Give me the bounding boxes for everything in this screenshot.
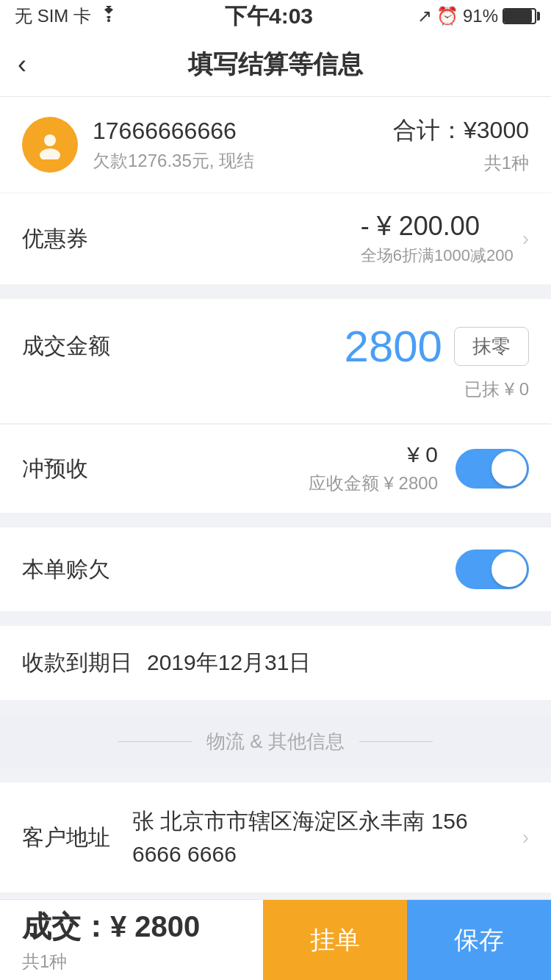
deal-sub: 已抹 ¥ 0 <box>22 378 529 401</box>
deal-row-container: 成交金额 2800 抹零 已抹 ¥ 0 <box>0 299 551 424</box>
customer-phone: 17666666666 <box>93 118 254 145</box>
bottom-deal-amount: ¥ 2800 <box>110 910 200 943</box>
total-count: 共1种 <box>393 151 529 175</box>
address-chevron-icon: › <box>522 826 529 849</box>
location-icon: ↗ <box>417 6 432 26</box>
carrier-text: 无 SIM 卡 <box>15 4 91 28</box>
divider-label: 物流 & 其他信息 <box>118 729 433 754</box>
customer-row: 17666666666 欠款1276.35元, 现结 合计：¥3000 共1种 <box>0 97 551 192</box>
nav-bar: ‹ 填写结算等信息 <box>0 32 551 97</box>
prereceive-label: 冲预收 <box>22 454 88 484</box>
battery-percent: 91% <box>463 6 498 26</box>
due-date-value: 2019年12月31日 <box>147 648 311 678</box>
prereceive-toggle[interactable] <box>455 449 529 489</box>
bottom-deal-row: 成交：¥ 2800 <box>22 907 241 947</box>
coupon-info: - ¥ 200.00 全场6折满1000减200 <box>361 211 514 267</box>
debt-toggle-knob <box>491 552 527 587</box>
due-date-section: 收款到期日 2019年12月31日 <box>0 626 551 700</box>
debt-section: 本单赊欠 <box>0 527 551 611</box>
prereceive-sub: 应收金额 ¥ 2800 <box>309 472 438 495</box>
bottom-count: 共1种 <box>22 950 241 973</box>
prereceive-amount: ¥ 0 <box>407 442 438 467</box>
wifi-icon <box>97 6 120 26</box>
bottom-deal-prefix: 成交： <box>22 910 110 943</box>
deal-right: 2800 抹零 <box>345 321 529 372</box>
battery-icon <box>503 8 536 24</box>
page-title: 填写结算等信息 <box>188 48 363 82</box>
status-bar: 无 SIM 卡 下午4:03 ↗ ⏰ 91% <box>0 0 551 32</box>
deal-amount: 2800 <box>345 321 442 372</box>
address-value: 张 北京市市辖区海淀区永丰南 156 6666 6666 <box>132 804 522 871</box>
coupon-chevron-icon: › <box>522 227 529 251</box>
toggle-knob <box>491 451 527 486</box>
coupon-amount: - ¥ 200.00 <box>361 211 514 242</box>
customer-right: 合计：¥3000 共1种 <box>393 115 529 175</box>
coupon-label: 优惠券 <box>22 224 88 254</box>
hang-button[interactable]: 挂单 <box>263 900 407 981</box>
address-section[interactable]: 客户地址 张 北京市市辖区海淀区永丰南 156 6666 6666 › <box>0 782 551 893</box>
customer-section: 17666666666 欠款1276.35元, 现结 合计：¥3000 共1种 … <box>0 97 551 284</box>
round-button[interactable]: 抹零 <box>454 327 529 366</box>
coupon-desc: 全场6折满1000减200 <box>361 245 514 267</box>
prereceive-right: ¥ 0 应收金额 ¥ 2800 <box>309 442 438 495</box>
alarm-icon: ⏰ <box>436 6 458 26</box>
coupon-row[interactable]: 优惠券 - ¥ 200.00 全场6折满1000减200 › <box>0 192 551 284</box>
deal-label: 成交金额 <box>22 331 110 361</box>
total-amount: 合计：¥3000 <box>393 115 529 147</box>
address-label: 客户地址 <box>22 823 110 853</box>
debt-toggle[interactable] <box>455 550 529 589</box>
prereceive-row: 冲预收 ¥ 0 应收金额 ¥ 2800 <box>0 424 551 513</box>
avatar <box>22 117 78 173</box>
svg-point-2 <box>40 148 60 159</box>
time-display: 下午4:03 <box>225 1 313 32</box>
customer-sub: 欠款1276.35元, 现结 <box>93 149 254 173</box>
due-label: 收款到期日 <box>22 648 132 678</box>
debt-label: 本单赊欠 <box>22 555 110 585</box>
bottom-summary: 成交：¥ 2800 共1种 <box>0 907 263 973</box>
bottom-bar: 成交：¥ 2800 共1种 挂单 保存 <box>0 899 551 980</box>
svg-point-0 <box>107 19 110 22</box>
save-button[interactable]: 保存 <box>407 900 551 981</box>
back-icon: ‹ <box>18 49 26 79</box>
back-button[interactable]: ‹ <box>18 49 26 80</box>
coupon-right: - ¥ 200.00 全场6折满1000减200 › <box>361 211 529 267</box>
customer-info: 17666666666 欠款1276.35元, 现结 <box>93 118 254 173</box>
deal-section: 成交金额 2800 抹零 已抹 ¥ 0 冲预收 ¥ 0 应收金额 ¥ 2800 <box>0 299 551 513</box>
deal-row: 成交金额 2800 抹零 <box>22 321 529 372</box>
customer-left: 17666666666 欠款1276.35元, 现结 <box>22 117 254 173</box>
status-right: ↗ ⏰ 91% <box>417 6 536 26</box>
svg-point-1 <box>44 134 56 146</box>
logistics-divider: 物流 & 其他信息 <box>0 715 551 768</box>
status-left: 无 SIM 卡 <box>15 4 120 28</box>
